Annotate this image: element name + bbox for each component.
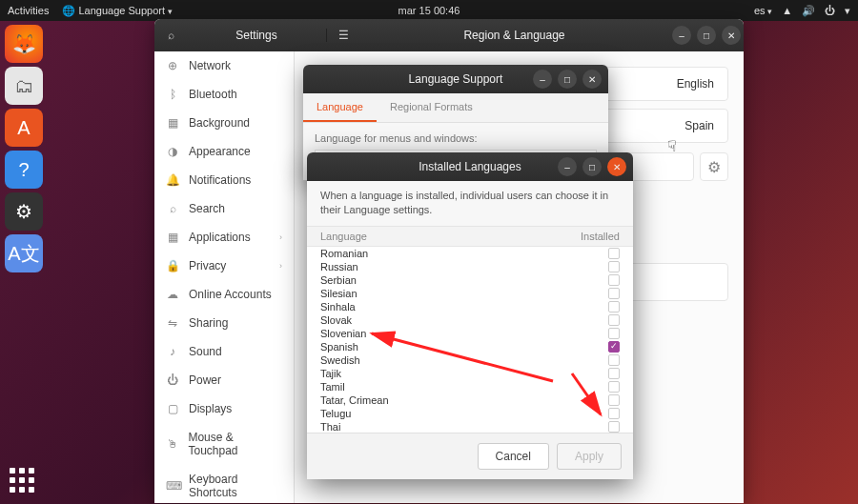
close-button[interactable]: ✕ — [607, 157, 626, 176]
maximize-button[interactable]: □ — [582, 157, 602, 176]
sidebar-item-online-accounts[interactable]: ☁Online Accounts — [154, 280, 294, 309]
language-row[interactable]: Spanish — [307, 340, 633, 353]
language-checkbox[interactable] — [608, 248, 620, 259]
dock-language-icon[interactable]: A文 — [5, 234, 43, 272]
sidebar-item-sharing[interactable]: ⇋Sharing — [154, 309, 294, 337]
chevron-right-icon: › — [279, 232, 282, 242]
sidebar-item-search[interactable]: ⌕Search — [154, 194, 294, 223]
network-icon: ⊕ — [166, 59, 179, 72]
sidebar-item-appearance[interactable]: ◑Appearance — [154, 137, 294, 166]
sidebar-item-background[interactable]: ▦Background — [154, 109, 294, 137]
show-applications-button[interactable] — [10, 468, 36, 494]
language-row[interactable]: Slovak — [307, 313, 633, 327]
sidebar-item-displays[interactable]: ▢Displays — [154, 394, 294, 423]
background-icon: ▦ — [166, 116, 179, 130]
sidebar-item-mouse-touchpad[interactable]: 🖱Mouse & Touchpad — [154, 423, 294, 465]
sidebar-item-sound[interactable]: ♪Sound — [154, 337, 294, 366]
hamburger-icon[interactable]: ☰ — [327, 19, 359, 51]
minimize-button[interactable]: – — [558, 157, 577, 176]
language-row[interactable]: Telugu — [307, 407, 633, 420]
language-checkbox[interactable] — [608, 288, 620, 299]
close-button[interactable]: ✕ — [722, 26, 741, 45]
volume-icon[interactable]: 🔊 — [802, 5, 815, 17]
sidebar-item-label: Privacy — [189, 259, 226, 272]
cancel-button[interactable]: Cancel — [478, 443, 549, 470]
language-row[interactable]: Tamil — [307, 380, 633, 393]
sidebar-item-label: Background — [189, 116, 250, 130]
language-checkbox[interactable] — [608, 408, 620, 419]
language-checkbox[interactable] — [608, 381, 620, 393]
dock-system-settings-icon[interactable]: ⚙ — [5, 192, 43, 231]
language-checkbox[interactable] — [608, 301, 620, 312]
language-row[interactable]: Tatar, Crimean — [307, 393, 633, 407]
language-checkbox[interactable] — [608, 368, 620, 379]
settings-icon[interactable]: ⚙ — [700, 152, 728, 181]
close-button[interactable]: ✕ — [582, 70, 602, 89]
privacy-icon: 🔒 — [166, 259, 179, 272]
language-name: Slovak — [320, 314, 608, 326]
power-icon: ⏻ — [166, 373, 179, 387]
sound-icon: ♪ — [166, 345, 179, 358]
dialog-title: Installed Languages — [419, 160, 521, 173]
language-checkbox[interactable] — [608, 341, 620, 353]
language-row[interactable]: Romanian — [307, 247, 633, 260]
sidebar-item-network[interactable]: ⊕Network — [154, 51, 294, 80]
minimize-button[interactable]: – — [533, 70, 552, 89]
dialog-info-text: When a language is installed, individual… — [307, 181, 633, 226]
dock-firefox-icon[interactable]: 🦊 — [5, 25, 43, 63]
minimize-button[interactable]: – — [672, 26, 691, 45]
language-row[interactable]: Tajik — [307, 367, 633, 380]
system-menu-chevron-icon[interactable]: ▾ — [845, 5, 850, 17]
network-icon[interactable]: ▲ — [782, 5, 792, 16]
settings-title: Settings — [187, 29, 327, 42]
language-row[interactable]: Russian — [307, 260, 633, 273]
column-language: Language — [320, 231, 581, 242]
top-bar: Activities 🌐 Language Support mar 15 00:… — [0, 0, 858, 21]
language-row[interactable]: Silesian — [307, 287, 633, 300]
language-row[interactable]: Thai — [307, 420, 633, 433]
dock-help-icon[interactable]: ? — [5, 151, 43, 189]
menus-label: Language for menus and windows: — [315, 132, 597, 144]
panel-title: Region & Language — [359, 29, 669, 42]
language-row[interactable]: Swedish — [307, 353, 633, 367]
activities-button[interactable]: Activities — [8, 5, 49, 17]
power-icon[interactable]: ⏻ — [825, 5, 835, 16]
sidebar-item-keyboard-shortcuts[interactable]: ⌨Keyboard Shortcuts — [154, 465, 294, 503]
language-name: Tamil — [320, 381, 608, 393]
clock[interactable]: mar 15 00:46 — [398, 5, 460, 16]
keyboard-shortcuts-icon: ⌨ — [166, 479, 179, 493]
maximize-button[interactable]: □ — [697, 26, 716, 45]
sidebar-item-label: Sound — [189, 345, 222, 358]
language-checkbox[interactable] — [608, 274, 620, 286]
maximize-button[interactable]: □ — [558, 70, 577, 89]
sharing-icon: ⇋ — [166, 316, 179, 330]
sidebar-item-applications[interactable]: ▦Applications› — [154, 223, 294, 252]
sidebar-item-notifications[interactable]: 🔔Notifications — [154, 166, 294, 194]
apply-button[interactable]: Apply — [557, 443, 622, 470]
language-row[interactable]: Slovenian — [307, 327, 633, 340]
language-checkbox[interactable] — [608, 328, 620, 339]
language-checkbox[interactable] — [608, 261, 620, 272]
tab-regional-formats[interactable]: Regional Formats — [377, 93, 486, 122]
language-checkbox[interactable] — [608, 314, 620, 326]
sidebar-item-label: Appearance — [189, 145, 251, 158]
app-menu[interactable]: 🌐 Language Support — [62, 5, 172, 17]
tab-language[interactable]: Language — [303, 93, 377, 122]
dock: 🦊 🗂 A ? ⚙ A文 — [2, 25, 46, 272]
language-table[interactable]: RomanianRussianSerbianSilesianSinhalaSlo… — [307, 247, 633, 433]
language-checkbox[interactable] — [608, 394, 620, 406]
sidebar-item-privacy[interactable]: 🔒Privacy› — [154, 252, 294, 280]
language-name: Romanian — [320, 248, 608, 259]
language-row[interactable]: Serbian — [307, 273, 633, 287]
sidebar-item-bluetooth[interactable]: ᛒBluetooth — [154, 80, 294, 109]
language-checkbox[interactable] — [608, 354, 620, 366]
sidebar-item-power[interactable]: ⏻Power — [154, 366, 294, 394]
dock-software-icon[interactable]: A — [5, 109, 43, 147]
language-row[interactable]: Sinhala — [307, 300, 633, 313]
language-checkbox[interactable] — [608, 421, 620, 433]
language-name: Thai — [320, 421, 608, 433]
input-source-indicator[interactable]: es — [754, 5, 772, 16]
search-button[interactable]: ⌕ — [154, 19, 187, 51]
dock-files-icon[interactable]: 🗂 — [5, 67, 43, 105]
language-name: Slovenian — [320, 328, 608, 339]
